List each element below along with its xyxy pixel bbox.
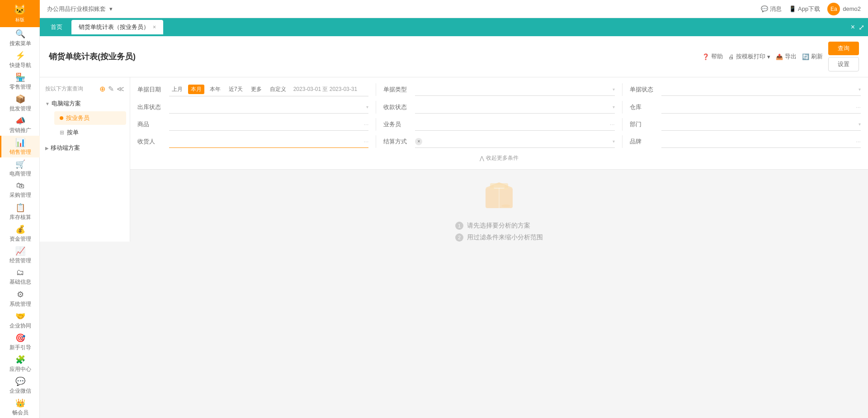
edit-scheme-icon[interactable]: ✎ xyxy=(108,85,114,93)
warehouse-control[interactable]: ··· xyxy=(661,101,861,114)
divider-4 xyxy=(622,101,623,114)
user-profile[interactable]: Ea demo2 xyxy=(827,3,861,15)
refresh-button[interactable]: 🔄 刷新 xyxy=(802,52,823,61)
tab-restore-button[interactable]: ⤢ xyxy=(859,23,864,32)
sidebar-item-sales[interactable]: 📊 销售管理 xyxy=(0,136,40,157)
sidebar-item-label: 经营管理 xyxy=(9,257,31,265)
sidebar-item-finance[interactable]: 💰 资金管理 xyxy=(0,223,40,244)
filter-settle: 结算方式 × ▾ xyxy=(383,135,614,148)
sidebar-item-shortcut[interactable]: ⚡ 快捷导航 xyxy=(0,49,40,71)
filter-area: 单据日期 上月 本月 本年 近7天 更多 自定义 2023-03-01 至 20… xyxy=(130,77,868,170)
brand-control[interactable]: ··· xyxy=(661,135,861,148)
brand-dots-icon: ··· xyxy=(856,138,861,145)
pill-last-month[interactable]: 上月 xyxy=(169,85,185,94)
dept-chevron-icon: ▾ xyxy=(859,122,861,127)
order-status-label: 单据状态 xyxy=(630,86,661,94)
settle-clear-button[interactable]: × xyxy=(415,138,422,145)
sidebar-item-system[interactable]: ⚙ 系统管理 xyxy=(0,288,40,309)
filter-salesperson: 业务员 ··· xyxy=(383,118,614,131)
order-status-control[interactable]: ▾ xyxy=(661,83,861,96)
sidebar-item-search[interactable]: 🔍 搜索菜单 xyxy=(0,27,40,49)
sidebar-item-wholesale[interactable]: 📦 批发管理 xyxy=(0,92,40,114)
divider-8 xyxy=(622,135,623,148)
warehouse-label: 仓库 xyxy=(630,103,661,111)
tree-salesperson-item[interactable]: 按业务员 xyxy=(54,111,126,125)
sidebar-item-wechat[interactable]: 💬 企业微信 xyxy=(0,375,40,396)
tab-close-all-button[interactable]: × xyxy=(851,23,855,32)
out-status-control[interactable]: ▾ xyxy=(169,101,368,114)
order-type-control[interactable]: ▾ xyxy=(415,83,614,96)
print-button[interactable]: 🖨 按模板打印 ▾ xyxy=(728,52,770,61)
salesperson-dots-icon: ··· xyxy=(610,121,615,128)
sidebar-item-operation[interactable]: 📈 经营管理 xyxy=(0,244,40,266)
settings-button[interactable]: 设置 xyxy=(828,57,859,71)
tab-home[interactable]: 首页 xyxy=(43,20,70,34)
operation-icon: 📈 xyxy=(15,246,25,256)
sidebar-item-corp[interactable]: 🤝 企业协同 xyxy=(0,309,40,331)
add-scheme-icon[interactable]: ⊕ xyxy=(99,85,105,93)
help-button[interactable]: ❓ 帮助 xyxy=(702,52,723,61)
app-download-button[interactable]: 📱 App下载 xyxy=(789,5,820,13)
pill-this-month[interactable]: 本月 xyxy=(188,85,204,94)
message-button[interactable]: 💬 消息 xyxy=(761,5,782,13)
sidebar: 🐱 标版 🔍 搜索菜单 ⚡ 快捷导航 🏪 零售管理 📦 批发管理 📣 营销推广 … xyxy=(0,0,40,418)
tab-sales-stat[interactable]: 销货单统计表（按业务员） × xyxy=(71,20,163,34)
query-button[interactable]: 查询 xyxy=(828,42,859,55)
divider-5 xyxy=(376,118,376,131)
dept-control[interactable]: ▾ xyxy=(661,118,861,131)
collapse-button[interactable]: ⋀ 收起更多条件 xyxy=(480,154,519,162)
pill-this-year[interactable]: 本年 xyxy=(207,85,223,94)
collect-status-control[interactable]: ▾ xyxy=(415,101,614,114)
left-panel: 按以下方案查询 ⊕ ✎ ≪ ▼ 电脑端方案 按业务员 xyxy=(40,77,130,242)
tab-close-button[interactable]: × xyxy=(153,24,156,30)
tree-desktop-section[interactable]: ▼ 电脑端方案 xyxy=(40,97,130,110)
divider-2 xyxy=(622,83,623,96)
corp-icon: 🤝 xyxy=(15,311,25,321)
salesperson-control[interactable]: ··· xyxy=(415,118,614,131)
receiver-control[interactable]: ··· xyxy=(169,135,368,148)
pill-more[interactable]: 更多 xyxy=(248,85,264,94)
print-dropdown-icon: ▾ xyxy=(767,53,770,60)
tree-mobile-section[interactable]: ▶ 移动端方案 xyxy=(40,141,130,155)
sidebar-item-retail[interactable]: 🏪 零售管理 xyxy=(0,71,40,92)
main-area: 办公用品行业模拟账套 ▾ 💬 消息 📱 App下载 Ea demo2 首页 销货… xyxy=(40,0,868,418)
receiver-label: 收货人 xyxy=(137,138,169,146)
empty-illustration xyxy=(476,170,522,216)
right-panel: 单据日期 上月 本月 本年 近7天 更多 自定义 2023-03-01 至 20… xyxy=(130,77,868,242)
sidebar-item-newbie[interactable]: 🎯 新手引导 xyxy=(0,331,40,353)
date-control[interactable]: 上月 本月 本年 近7天 更多 自定义 2023-03-01 至 2023-03… xyxy=(169,83,368,96)
logo-icon: 🐱 xyxy=(14,4,26,16)
filter-dept: 部门 ▾ xyxy=(630,118,861,131)
collapse-up-icon: ⋀ xyxy=(480,155,484,162)
date-range-text: 2023-03-01 至 2023-03-31 xyxy=(293,86,357,93)
page-header: 销货单统计表(按业务员) ❓ 帮助 🖨 按模板打印 ▾ 📤 导出 🔄 刷新 xyxy=(40,36,868,77)
tree-order-item[interactable]: ⊞ 按单 xyxy=(54,126,126,139)
filter-goods: 商品 ··· xyxy=(137,118,368,131)
sidebar-item-purchase[interactable]: 🛍 采购管理 xyxy=(0,179,40,201)
collapse-label: 收起更多条件 xyxy=(486,154,519,162)
sidebar-item-label: 基础信息 xyxy=(9,278,31,286)
search-menu-icon: 🔍 xyxy=(15,29,25,39)
pill-7days[interactable]: 近7天 xyxy=(226,85,245,94)
sidebar-item-marketing[interactable]: 📣 营销推广 xyxy=(0,114,40,136)
content-body: 按以下方案查询 ⊕ ✎ ≪ ▼ 电脑端方案 按业务员 xyxy=(40,77,868,242)
sidebar-item-vip[interactable]: 👑 畅会员 xyxy=(0,396,40,418)
goods-control[interactable]: ··· xyxy=(169,118,368,131)
out-status-chevron-icon: ▾ xyxy=(366,104,368,109)
dropdown-arrow-icon[interactable]: ▾ xyxy=(109,5,113,12)
settle-control[interactable]: × ▾ xyxy=(415,135,614,148)
pill-custom[interactable]: 自定义 xyxy=(267,85,289,94)
divider-3 xyxy=(376,101,376,114)
sidebar-item-appstore[interactable]: 🧩 应用中心 xyxy=(0,353,40,375)
export-button[interactable]: 📤 导出 xyxy=(776,52,797,61)
filter-row-2: 出库状态 ▾ 收款状态 ▾ xyxy=(137,101,861,114)
filter-order-status: 单据状态 ▾ xyxy=(630,83,861,96)
sidebar-item-ecom[interactable]: 🛒 电商管理 xyxy=(0,157,40,179)
tip-text-1: 请先选择要分析的方案 xyxy=(467,222,530,230)
collapse-panel-icon[interactable]: ≪ xyxy=(117,85,124,93)
expand-arrow-icon: ▼ xyxy=(45,101,50,106)
sidebar-item-inventory[interactable]: 📋 库存核算 xyxy=(0,201,40,223)
filter-order-type: 单据类型 ▾ xyxy=(383,83,614,96)
sidebar-item-base[interactable]: 🗂 基础信息 xyxy=(0,266,40,288)
industry-name: 办公用品行业模拟账套 xyxy=(47,5,106,13)
